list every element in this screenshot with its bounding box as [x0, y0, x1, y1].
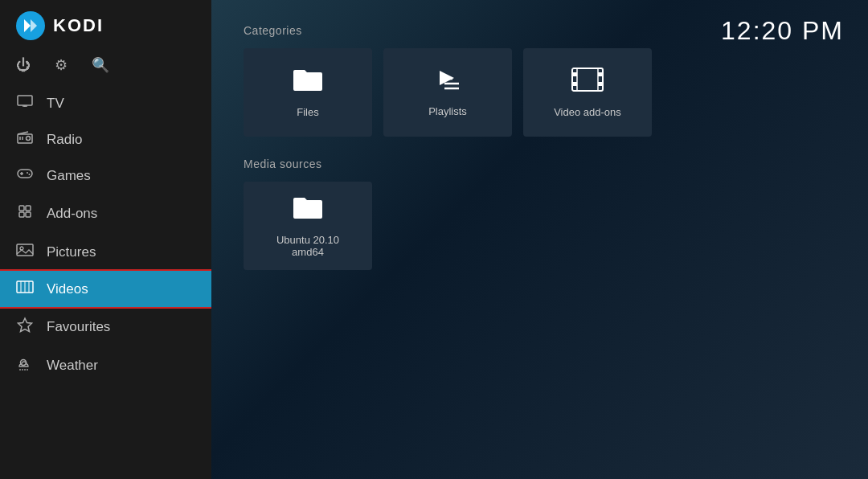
sidebar-item-favourites-label: Favourites	[47, 319, 110, 335]
sidebar-item-pictures-label: Pictures	[47, 244, 96, 260]
svg-rect-17	[26, 206, 31, 211]
search-icon[interactable]: 🔍	[92, 56, 109, 74]
sidebar-item-videos-label: Videos	[47, 281, 88, 297]
sidebar-item-favourites[interactable]: Favourites	[0, 307, 211, 346]
ubuntu-folder-icon	[292, 194, 324, 226]
kodi-logo	[16, 11, 45, 40]
svg-rect-41	[598, 72, 603, 76]
addons-icon	[16, 203, 34, 223]
media-sources-label: Media sources	[244, 158, 836, 170]
tile-ubuntu-label: Ubuntu 20.10 amd64	[276, 234, 339, 258]
svg-rect-19	[26, 212, 31, 217]
svg-rect-18	[19, 212, 24, 217]
sidebar-item-addons[interactable]: Add-ons	[0, 194, 211, 233]
radio-icon	[16, 131, 34, 148]
tile-playlists-label: Playlists	[428, 105, 467, 117]
film-icon	[571, 67, 604, 98]
app-header: KODI	[0, 0, 211, 51]
toolbar: ⏻ ⚙ 🔍	[0, 51, 211, 85]
clock: 12:20 PM	[721, 16, 844, 46]
weather-icon	[16, 356, 34, 375]
settings-icon[interactable]: ⚙	[55, 56, 68, 74]
app-title: KODI	[53, 15, 104, 36]
svg-rect-16	[19, 206, 24, 211]
tile-playlists[interactable]: Playlists	[383, 48, 512, 137]
sidebar: KODI ⏻ ⚙ 🔍 TV Radio Games	[0, 0, 211, 479]
sidebar-item-radio-label: Radio	[47, 132, 82, 148]
svg-point-7	[27, 137, 31, 141]
sidebar-nav: TV Radio Games Add-ons Pictures	[0, 85, 211, 479]
svg-rect-42	[598, 82, 603, 86]
categories-grid: Files Playlists	[244, 48, 836, 137]
games-icon	[16, 167, 34, 184]
sidebar-item-weather[interactable]: Weather	[0, 346, 211, 384]
sidebar-item-tv-label: TV	[47, 96, 64, 112]
tile-files-label: Files	[297, 106, 318, 118]
sidebar-item-weather-label: Weather	[47, 358, 98, 374]
main-content: 12:20 PM Categories Files Playlists	[211, 0, 868, 479]
tv-icon	[16, 95, 34, 112]
sidebar-item-radio[interactable]: Radio	[0, 121, 211, 158]
svg-rect-3	[18, 96, 32, 105]
playlist-icon	[433, 68, 462, 97]
tile-ubuntu[interactable]: Ubuntu 20.10 amd64	[244, 182, 372, 270]
sidebar-item-addons-label: Add-ons	[47, 206, 97, 222]
videos-icon	[16, 280, 34, 297]
favourites-icon	[16, 317, 34, 337]
tile-video-addons-label: Video add-ons	[554, 106, 621, 118]
folder-icon	[292, 67, 324, 98]
svg-point-14	[27, 172, 28, 174]
sidebar-item-games-label: Games	[47, 168, 91, 184]
sidebar-item-tv[interactable]: TV	[0, 85, 211, 121]
svg-rect-39	[572, 72, 577, 76]
svg-point-15	[29, 174, 31, 175]
svg-rect-11	[18, 170, 32, 178]
tile-files[interactable]: Files	[244, 48, 372, 137]
svg-rect-40	[572, 82, 577, 86]
sidebar-item-videos[interactable]: Videos	[0, 271, 211, 307]
tile-video-addons[interactable]: Video add-ons	[523, 48, 652, 137]
media-sources-grid: Ubuntu 20.10 amd64	[244, 182, 836, 270]
power-icon[interactable]: ⏻	[16, 57, 31, 74]
pictures-icon	[16, 243, 34, 261]
svg-marker-26	[18, 318, 32, 332]
sidebar-item-games[interactable]: Games	[0, 158, 211, 194]
svg-rect-20	[17, 244, 33, 256]
sidebar-item-pictures[interactable]: Pictures	[0, 233, 211, 271]
